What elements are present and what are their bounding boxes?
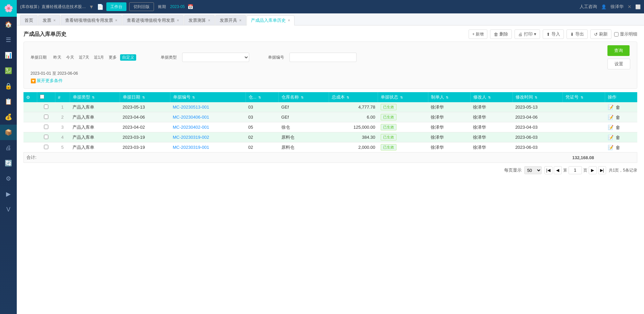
checkbox-cell[interactable] (37, 132, 55, 142)
modify-time-col-header[interactable]: 修改时间 ⇅ (513, 92, 562, 102)
expand-filter-button[interactable]: 🔽 展开更多条件 (31, 76, 630, 85)
delete-row-icon[interactable]: 🗑 (615, 125, 620, 130)
number-col-header[interactable]: 单据编号 ⇅ (170, 92, 246, 102)
tab-sales-vat[interactable]: 查看销项增值税专用发票 × (61, 15, 122, 25)
window-maximize-icon[interactable]: ⬜ (635, 4, 641, 9)
window-close-icon[interactable]: × (628, 3, 631, 10)
sidebar-item-finance[interactable]: 💹 (0, 63, 17, 78)
edit-icon[interactable]: 📝 (608, 105, 613, 110)
row-checkbox[interactable] (44, 145, 48, 149)
prev-page-button[interactable]: ◀ (554, 166, 562, 174)
type-col-header[interactable]: 单据类型 ⇅ (70, 92, 120, 102)
print-button[interactable]: 🖨 打印 ▾ (515, 29, 540, 39)
sidebar-item-security[interactable]: 🔒 (0, 78, 17, 94)
number-cell[interactable]: MC-20230319-002 (170, 132, 246, 142)
row-checkbox[interactable] (44, 125, 48, 129)
sidebar-item-v[interactable]: V (0, 202, 17, 217)
tab-sales-vat-close[interactable]: × (115, 18, 117, 22)
tab-product-history-close[interactable]: × (288, 18, 290, 22)
doc-copy-icon[interactable]: 📄 (97, 4, 104, 10)
date-opt-1month[interactable]: 近1月 (93, 54, 106, 61)
number-cell[interactable]: MC-20230406-001 (170, 112, 246, 122)
voucher-col-header[interactable]: 凭证号 ⇅ (563, 92, 605, 102)
date-opt-yesterday[interactable]: 昨天 (52, 54, 63, 61)
wh-code-col-header[interactable]: 仓... ⇅ (246, 92, 279, 102)
delete-button[interactable]: 🗑 🗑 删除 删除 (490, 29, 512, 39)
sidebar-item-documents[interactable]: 📋 (0, 94, 17, 109)
tab-invoice-issue-close[interactable]: × (239, 18, 241, 22)
edit-icon[interactable]: 📝 (608, 125, 613, 130)
sidebar-item-sync[interactable]: 🔄 (0, 155, 17, 171)
edit-icon[interactable]: 📝 (608, 115, 613, 120)
tab-purchase-vat[interactable]: 查看进项增值税专用发票 × (122, 15, 183, 25)
date-opt-today[interactable]: 今天 (65, 54, 75, 61)
sidebar-item-assets[interactable]: 💰 (0, 109, 17, 125)
tab-invoice-calc[interactable]: 发票测算 × (184, 15, 215, 25)
tab-home[interactable]: 首页 (20, 15, 38, 25)
date-opt-more[interactable]: 更多 (107, 54, 118, 61)
checkbox-cell[interactable] (37, 142, 55, 152)
tab-invoice-calc-close[interactable]: × (208, 18, 210, 22)
sidebar-item-inventory[interactable]: 📦 (0, 125, 17, 140)
checkbox-cell[interactable] (37, 112, 55, 122)
last-page-button[interactable]: ▶| (598, 166, 606, 174)
date-opt-7days[interactable]: 近7天 (77, 54, 91, 61)
tab-invoice-issue[interactable]: 发票开具 × (215, 15, 246, 25)
delete-row-icon[interactable]: 🗑 (615, 105, 620, 110)
delete-row-icon[interactable]: 🗑 (615, 135, 620, 140)
wh-name-cell: 原料仓 (279, 142, 329, 152)
date-opt-custom[interactable]: 自定义 (120, 54, 136, 61)
new-button[interactable]: + 新增 (469, 29, 487, 39)
edit-icon[interactable]: 📝 (608, 145, 613, 150)
checkbox-cell[interactable] (37, 102, 55, 112)
sidebar-item-menu[interactable]: ☰ (0, 32, 17, 48)
company-dropdown-icon[interactable]: ▾ (90, 3, 93, 10)
refresh-button[interactable]: ↺ 刷新 (590, 29, 611, 39)
number-cell[interactable]: MC-20230402-001 (170, 122, 246, 132)
cost-col-header[interactable]: 总成本 ⇅ (329, 92, 378, 102)
user-consult[interactable]: 人工咨询 (580, 4, 597, 10)
sidebar-item-home[interactable]: 🏠 (0, 17, 17, 32)
number-cell[interactable]: MC-20230513-001 (170, 102, 246, 112)
export-button[interactable]: ⬇ 导出 (567, 29, 588, 39)
sidebar-item-report[interactable]: 📊 (0, 48, 17, 63)
checkbox-col-header[interactable] (37, 92, 55, 102)
creator-cell: 徐泽华 (428, 122, 470, 132)
date-col-header[interactable]: 单据日期 ⇅ (120, 92, 170, 102)
next-page-button[interactable]: ▶ (589, 166, 597, 174)
calendar-icon[interactable]: 📅 (187, 4, 193, 9)
select-all-checkbox[interactable] (40, 95, 44, 99)
query-button[interactable]: 查询 (607, 45, 630, 56)
settings-col-header[interactable]: ⚙ (23, 92, 37, 102)
row-checkbox[interactable] (44, 105, 48, 109)
wh-name-col-header[interactable]: 仓库名称 ⇅ (279, 92, 329, 102)
creator-col-header[interactable]: 制单人 ⇅ (428, 92, 470, 102)
set-button[interactable]: 设置 (607, 59, 630, 69)
tab-purchase-vat-close[interactable]: × (177, 18, 179, 22)
type-filter-select[interactable] (182, 53, 249, 62)
delete-row-icon[interactable]: 🗑 (615, 145, 620, 150)
number-cell[interactable]: MC-20230319-001 (170, 142, 246, 152)
import-button[interactable]: ⬆ 导入 (543, 29, 564, 39)
workbench-button[interactable]: 工作台 (106, 2, 126, 11)
tab-invoice-close[interactable]: × (53, 18, 56, 22)
switch-version-button[interactable]: 切到旧版 (129, 2, 154, 11)
display-toggle-checkbox[interactable] (614, 32, 619, 37)
number-filter-input[interactable] (289, 53, 357, 62)
checkbox-cell[interactable] (37, 122, 55, 132)
tab-product-history[interactable]: 产成品入库单历史 × (247, 15, 294, 25)
edit-icon[interactable]: 📝 (608, 135, 613, 140)
row-checkbox[interactable] (44, 135, 48, 139)
page-input[interactable] (569, 166, 582, 174)
sidebar-item-play[interactable]: ▶ (0, 186, 17, 202)
display-toggle[interactable]: 显示明细 (614, 31, 637, 37)
status-col-header[interactable]: 单据状态 ⇅ (378, 92, 428, 102)
sidebar-item-print[interactable]: 🖨 (0, 140, 17, 155)
delete-row-icon[interactable]: 🗑 (615, 115, 620, 120)
tab-invoice[interactable]: 发票 × (38, 15, 60, 25)
per-page-select[interactable]: 20 50 100 (524, 166, 542, 174)
sidebar-item-settings[interactable]: ⚙ (0, 171, 17, 186)
row-checkbox[interactable] (44, 115, 48, 119)
modifier-col-header[interactable]: 修改人 ⇅ (470, 92, 513, 102)
first-page-button[interactable]: |◀ (544, 166, 552, 174)
